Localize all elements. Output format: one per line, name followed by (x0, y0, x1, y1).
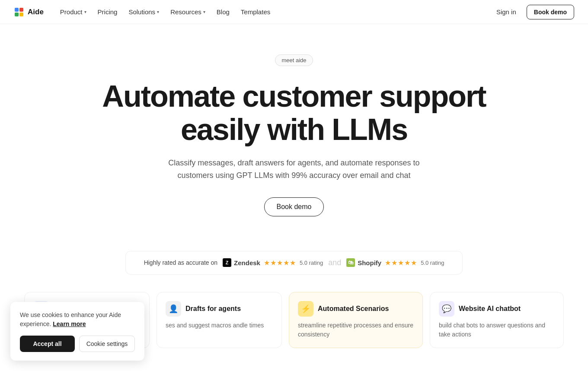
zendesk-rating-num: 5.0 rating (300, 260, 323, 266)
feature-desc-drafts: ses and suggest macros andle times (166, 321, 273, 330)
nav-links: Product ▾ Pricing Solutions ▾ Resources … (55, 6, 275, 18)
nav-item-blog[interactable]: Blog (211, 6, 235, 18)
hero-subtitle: Classify messages, draft answers for age… (164, 157, 424, 182)
logo-text: Aide (28, 8, 44, 16)
feature-card-drafts[interactable]: 👤 Drafts for agents ses and suggest macr… (157, 292, 282, 348)
sign-in-link[interactable]: Sign in (491, 6, 521, 18)
feature-desc-chatbot: build chat bots to answer questions and … (439, 321, 555, 339)
chevron-down-icon: ▾ (84, 10, 86, 14)
feature-card-header: 👤 Drafts for agents (166, 301, 273, 317)
nav-item-product[interactable]: Product ▾ (55, 6, 92, 18)
automated-icon: ⚡ (298, 301, 313, 317)
cookie-settings-button[interactable]: Cookie settings (79, 336, 135, 352)
nav-item-solutions[interactable]: Solutions ▾ (123, 6, 164, 18)
navigation: Aide Product ▾ Pricing Solutions ▾ Resou… (0, 0, 588, 24)
shopify-icon: 🛍 (346, 258, 355, 267)
nav-left: Aide Product ▾ Pricing Solutions ▾ Resou… (14, 6, 275, 18)
feature-card-chatbot[interactable]: 💬 Website AI chatbot build chat bots to … (430, 292, 564, 348)
svg-rect-1 (19, 8, 23, 12)
shopify-rating-num: 5.0 rating (421, 260, 444, 266)
nav-right: Sign in Book demo (491, 5, 574, 19)
hero-title: Automate customer support easily with LL… (102, 80, 486, 146)
feature-title-drafts: Drafts for agents (185, 305, 241, 313)
nav-item-resources[interactable]: Resources ▾ (165, 6, 211, 18)
chevron-down-icon: ▾ (157, 10, 159, 14)
logo[interactable]: Aide (14, 7, 44, 17)
drafts-icon: 👤 (166, 301, 181, 317)
svg-rect-3 (19, 13, 23, 16)
feature-card-header: 💬 Website AI chatbot (439, 301, 555, 317)
ratings-prefix: Highly rated as accurate on (144, 259, 217, 266)
learn-more-link[interactable]: Learn more (53, 320, 86, 327)
ratings-separator: and (328, 258, 341, 267)
svg-rect-0 (15, 8, 19, 12)
zendesk-rating: Z Zendesk ★★★★★ 5.0 rating (223, 258, 323, 267)
book-demo-nav-button[interactable]: Book demo (527, 5, 574, 19)
hero-section: meet aide Automate customer support easi… (0, 24, 588, 238)
shopify-rating: 🛍 Shopify ★★★★★ 5.0 rating (346, 258, 444, 267)
shopify-stars: ★★★★★ (385, 259, 417, 267)
chatbot-icon: 💬 (439, 301, 454, 317)
book-demo-hero-button[interactable]: Book demo (264, 197, 324, 216)
feature-card-header: ⚡ Automated Scenarios (298, 301, 414, 317)
feature-title-chatbot: Website AI chatbot (459, 305, 521, 313)
nav-item-pricing[interactable]: Pricing (93, 6, 123, 18)
feature-title-automated: Automated Scenarios (318, 305, 389, 313)
cookie-text: We use cookies to enhance your Aide expe… (20, 311, 135, 329)
shopify-logo: 🛍 Shopify (346, 258, 381, 267)
svg-rect-2 (15, 13, 19, 16)
aide-logo-icon (14, 7, 24, 17)
chevron-down-icon: ▾ (203, 10, 205, 14)
zendesk-icon: Z (223, 258, 231, 267)
ratings-bar: Highly rated as accurate on Z Zendesk ★★… (125, 251, 463, 275)
cookie-buttons: Accept all Cookie settings (20, 336, 135, 352)
accept-all-button[interactable]: Accept all (20, 336, 75, 352)
feature-desc-automated: streamline repetitive processes and ensu… (298, 321, 414, 339)
feature-card-automated[interactable]: ⚡ Automated Scenarios streamline repetit… (289, 292, 423, 348)
nav-item-templates[interactable]: Templates (236, 6, 275, 18)
cookie-banner: We use cookies to enhance your Aide expe… (10, 302, 144, 361)
zendesk-logo: Z Zendesk (223, 258, 260, 267)
meet-badge: meet aide (275, 54, 313, 66)
zendesk-stars: ★★★★★ (264, 259, 296, 267)
